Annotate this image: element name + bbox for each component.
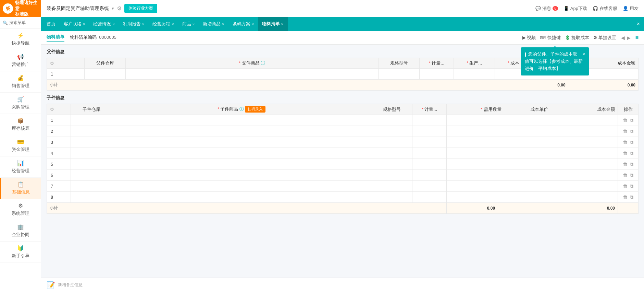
delete-icon[interactable]: 🗑 xyxy=(623,139,628,145)
cost-btn[interactable]: 💲 提取成本 xyxy=(565,35,589,41)
tab-history[interactable]: 经营历程 × xyxy=(148,17,178,31)
child-row-product[interactable] xyxy=(112,137,371,148)
child-row-unit-cost[interactable] xyxy=(515,115,563,126)
sub-tab-bom-list[interactable]: 物料清单 xyxy=(47,34,64,42)
child-row-spec[interactable] xyxy=(371,159,412,170)
sidebar-item-sales[interactable]: 💰 销售管理 xyxy=(0,71,41,93)
child-row-warehouse[interactable] xyxy=(71,159,112,170)
tooltip-close-btn[interactable]: × xyxy=(582,51,585,58)
child-row-qty[interactable] xyxy=(467,181,515,192)
tab-bom[interactable]: 物料清单 × xyxy=(258,17,287,31)
child-row-qty[interactable] xyxy=(467,159,515,170)
delete-icon[interactable]: 🗑 xyxy=(623,183,628,189)
child-row-unit[interactable] xyxy=(412,170,447,181)
delete-icon[interactable]: 🗑 xyxy=(623,128,628,134)
sidebar-item-marketing[interactable]: 📢 营销推广 xyxy=(0,50,41,71)
tab-home[interactable]: 首页 xyxy=(42,17,60,31)
parent-row-production[interactable] xyxy=(454,69,495,80)
parent-row-product[interactable] xyxy=(126,69,379,80)
child-row-unit-cost[interactable] xyxy=(515,181,563,192)
child-row-warehouse[interactable] xyxy=(71,170,112,181)
copy-icon[interactable]: ⧉ xyxy=(630,194,633,200)
copy-icon[interactable]: ⧉ xyxy=(630,172,633,178)
sidebar-item-finance[interactable]: 💳 资金管理 xyxy=(0,135,41,156)
gear-icon[interactable]: ⚙ xyxy=(50,61,54,66)
scan-input-btn[interactable]: 扫码录入 xyxy=(245,106,265,113)
child-row-unit[interactable] xyxy=(412,192,447,203)
child-row-unit-cost[interactable] xyxy=(515,126,563,137)
parent-row-spec[interactable] xyxy=(379,69,420,80)
child-row-spec[interactable] xyxy=(371,170,412,181)
child-row-unit[interactable] xyxy=(412,115,447,126)
child-row-qty[interactable] xyxy=(467,148,515,159)
tab-new-goods[interactable]: 新增商品 × xyxy=(199,17,228,31)
tab-barcode[interactable]: 条码方案 × xyxy=(228,17,258,31)
child-row-qty[interactable] xyxy=(467,192,515,203)
child-row-spec[interactable] xyxy=(371,137,412,148)
child-row-unit-cost[interactable] xyxy=(515,137,563,148)
child-row-unit-cost[interactable] xyxy=(515,170,563,181)
child-row-product[interactable] xyxy=(112,148,371,159)
child-row-warehouse[interactable] xyxy=(71,137,112,148)
dropdown-arrow[interactable]: ▾ xyxy=(112,6,114,11)
sidebar-item-purchase[interactable]: 🛒 采购管理 xyxy=(0,93,41,114)
parent-row-unit[interactable] xyxy=(420,69,454,80)
delete-icon[interactable]: 🗑 xyxy=(623,117,628,123)
tab-customer-close[interactable]: × xyxy=(83,22,85,26)
grid-view-icon[interactable]: ≡ xyxy=(635,35,639,41)
trial-button[interactable]: 体验行业方案 xyxy=(124,4,157,13)
copy-icon[interactable]: ⧉ xyxy=(630,183,633,189)
sidebar-item-operations[interactable]: 📊 经营管理 xyxy=(0,156,41,178)
tab-profit-close[interactable]: × xyxy=(142,22,144,26)
child-row-unit[interactable] xyxy=(412,181,447,192)
child-row-warehouse[interactable] xyxy=(71,181,112,192)
sidebar-item-inventory[interactable]: 📦 库存核算 xyxy=(0,114,41,135)
sidebar-item-quick-nav[interactable]: ⚡ 快捷导航 xyxy=(0,29,41,50)
child-row-unit[interactable] xyxy=(412,148,447,159)
sidebar-item-basic-info[interactable]: 📋 基础信息 xyxy=(0,178,41,199)
tab-operations[interactable]: 经营情况 × xyxy=(89,17,119,31)
single-settings-btn[interactable]: ⚙ 单据设置 xyxy=(593,35,616,41)
tab-barcode-close[interactable]: × xyxy=(252,22,254,26)
child-row-qty[interactable] xyxy=(467,126,515,137)
next-arrow[interactable]: ▶ xyxy=(626,34,631,41)
child-row-unit-cost[interactable] xyxy=(515,159,563,170)
tab-profit[interactable]: 利润报告 × xyxy=(119,17,148,31)
message-btn[interactable]: 💬 消息 6 xyxy=(535,5,558,12)
tab-bom-close[interactable]: × xyxy=(281,22,283,26)
child-row-qty[interactable] xyxy=(467,115,515,126)
child-row-spec[interactable] xyxy=(371,126,412,137)
child-row-unit[interactable] xyxy=(412,159,447,170)
child-row-spec[interactable] xyxy=(371,115,412,126)
tab-customer[interactable]: 客户联络 × xyxy=(60,17,89,31)
delete-icon[interactable]: 🗑 xyxy=(623,172,628,178)
child-row-product[interactable] xyxy=(112,115,371,126)
child-row-unit[interactable] xyxy=(412,137,447,148)
child-row-qty[interactable] xyxy=(467,170,515,181)
copy-icon[interactable]: ⧉ xyxy=(630,128,633,134)
child-row-warehouse[interactable] xyxy=(71,115,112,126)
copy-icon[interactable]: ⧉ xyxy=(630,139,633,145)
prev-arrow[interactable]: ◀ xyxy=(620,34,626,41)
tab-goods-close[interactable]: × xyxy=(193,22,195,26)
close-all-tabs[interactable]: × xyxy=(634,21,643,27)
copy-icon[interactable]: ⧉ xyxy=(630,161,633,167)
sidebar-item-system[interactable]: ⚙ 系统管理 xyxy=(0,199,41,220)
child-row-warehouse[interactable] xyxy=(71,126,112,137)
user-btn[interactable]: 👤 用友 xyxy=(623,5,639,12)
online-service-btn[interactable]: 🎧 在线客服 xyxy=(593,5,617,12)
child-row-product[interactable] xyxy=(112,126,371,137)
child-row-unit[interactable] xyxy=(412,126,447,137)
child-row-unit-cost[interactable] xyxy=(515,192,563,203)
tab-history-close[interactable]: × xyxy=(172,22,174,26)
child-row-qty[interactable] xyxy=(467,137,515,148)
sidebar-search[interactable]: 🔍 搜索菜单 xyxy=(0,17,41,29)
sidebar-item-enterprise[interactable]: 🏢 企业协同 xyxy=(0,220,41,242)
child-row-spec[interactable] xyxy=(371,192,412,203)
child-row-spec[interactable] xyxy=(371,148,412,159)
child-row-spec[interactable] xyxy=(371,181,412,192)
tab-operations-close[interactable]: × xyxy=(112,22,114,26)
parent-row-warehouse[interactable] xyxy=(85,69,126,80)
child-row-unit-cost[interactable] xyxy=(515,148,563,159)
child-gear-icon[interactable]: ⚙ xyxy=(50,107,54,112)
